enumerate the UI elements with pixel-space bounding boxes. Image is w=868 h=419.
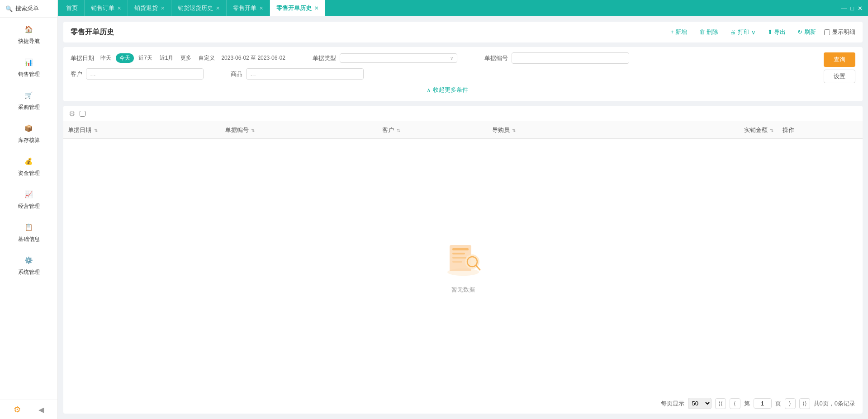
- collapse-up-icon: ∧: [427, 87, 431, 94]
- sidebar-item-quick-nav[interactable]: 🏠 快捷导航: [0, 18, 57, 51]
- next-page-btn[interactable]: ⟩: [785, 398, 796, 409]
- settings-icon[interactable]: ⚙: [14, 405, 21, 414]
- customer-select[interactable]: …: [86, 68, 204, 80]
- first-page-btn[interactable]: ⟨⟨: [715, 398, 726, 409]
- sort-number-icon[interactable]: ⇅: [251, 128, 255, 133]
- tab-sales-return-history-close[interactable]: ✕: [216, 5, 220, 11]
- last1month-btn[interactable]: 近1月: [157, 53, 176, 63]
- col-action-label: 操作: [783, 127, 794, 133]
- tab-home[interactable]: 首页: [60, 0, 85, 16]
- sys-mgmt-icon: ⚙️: [23, 254, 35, 267]
- col-customer: 客户 ⇅: [378, 122, 487, 139]
- table-header-row: 单据日期 ⇅ 单据编号 ⇅ 客户 ⇅ 导购员 ⇅: [63, 122, 863, 139]
- collapse-label: 收起更多条件: [433, 86, 468, 94]
- col-amount-label: 实销金额: [744, 127, 768, 133]
- filter-row-outer: 单据日期 昨天 今天 近7天 近1月 更多 自定义 2023-06-02 至 2…: [71, 52, 855, 96]
- more-btn[interactable]: 更多: [178, 53, 194, 63]
- sidebar-item-operations[interactable]: 📈 经营管理: [0, 183, 57, 216]
- page-input[interactable]: [754, 398, 772, 409]
- type-select[interactable]: ∨: [340, 53, 457, 63]
- collapse-conditions[interactable]: ∧ 收起更多条件: [71, 84, 824, 96]
- goods-placeholder: …: [250, 71, 256, 77]
- empty-illustration: [441, 238, 486, 280]
- tab-sales-return-history[interactable]: 销货退货历史 ✕: [171, 0, 227, 16]
- sort-amount-icon[interactable]: ⇅: [770, 128, 773, 133]
- table-settings-icon[interactable]: ⚙: [69, 109, 75, 118]
- show-detail-checkbox[interactable]: 显示明细: [824, 28, 855, 36]
- query-area: 查询 设置: [824, 52, 855, 83]
- print-button[interactable]: 🖨 打印 ∨: [726, 26, 759, 38]
- today-btn[interactable]: 今天: [116, 53, 134, 63]
- purchase-mgmt-icon: 🛒: [23, 89, 35, 102]
- sort-date-icon[interactable]: ⇅: [94, 128, 98, 133]
- sidebar-item-basic-info[interactable]: 📋 基础信息: [0, 216, 57, 249]
- add-button[interactable]: + 新增: [667, 26, 691, 38]
- sidebar-search-label: 搜索采单: [15, 5, 39, 13]
- sidebar-item-label-operations: 经营管理: [18, 202, 40, 210]
- tab-retail-open-close[interactable]: ✕: [259, 5, 263, 11]
- last7days-btn[interactable]: 近7天: [136, 53, 155, 63]
- goods-select[interactable]: …: [246, 68, 364, 80]
- tab-sales-return-history-label: 销货退货历史: [178, 4, 213, 12]
- tab-sales-order-close[interactable]: ✕: [117, 5, 121, 11]
- select-all-checkbox[interactable]: [80, 111, 85, 117]
- sidebar-search[interactable]: 🔍 搜索采单: [0, 0, 57, 18]
- sidebar-item-inventory[interactable]: 📦 库存核算: [0, 117, 57, 150]
- sidebar-item-label-finance: 资金管理: [18, 169, 40, 177]
- refresh-button[interactable]: ↻ 刷新: [794, 26, 820, 38]
- docnum-input[interactable]: [512, 52, 629, 64]
- sidebar-item-finance[interactable]: 💰 资金管理: [0, 150, 57, 183]
- filter-row-1: 单据日期 昨天 今天 近7天 近1月 更多 自定义 2023-06-02 至 2…: [71, 52, 824, 64]
- date-label: 单据日期: [71, 54, 94, 62]
- per-page-select[interactable]: 50 10 20 100: [688, 398, 711, 409]
- empty-state: 暂无数据: [63, 139, 863, 393]
- sidebar-item-label-inventory: 库存核算: [18, 137, 40, 144]
- customer-placeholder: …: [90, 71, 96, 77]
- tab-retail-open-history[interactable]: 零售开单历史 ✕: [270, 0, 325, 16]
- inventory-icon: 📦: [23, 122, 35, 135]
- page-suffix: 页: [775, 400, 781, 408]
- sidebar-item-label-quick-nav: 快捷导航: [18, 38, 40, 45]
- sidebar-item-sales-mgmt[interactable]: 📊 销售管理: [0, 51, 57, 84]
- sidebar-item-sys-mgmt[interactable]: ⚙️ 系统管理: [0, 249, 57, 282]
- custom-btn[interactable]: 自定义: [196, 53, 218, 63]
- maximize-button[interactable]: □: [850, 5, 854, 12]
- last-page-btn[interactable]: ⟩⟩: [799, 398, 810, 409]
- col-number: 单据编号 ⇅: [221, 122, 378, 139]
- page-label: 第: [744, 400, 750, 408]
- empty-text: 暂无数据: [451, 286, 475, 294]
- tab-bar-controls: — □ ✕: [841, 5, 868, 12]
- page-title: 零售开单历史: [71, 28, 114, 37]
- tab-sales-order[interactable]: 销售订单 ✕: [85, 0, 128, 16]
- minimize-button[interactable]: —: [841, 5, 847, 12]
- prev-page-btn[interactable]: ⟨: [730, 398, 740, 409]
- tab-retail-open-history-label: 零售开单历史: [276, 4, 312, 12]
- tab-sales-return[interactable]: 销货退货 ✕: [128, 0, 171, 16]
- table-area: ⚙ 单据日期 ⇅ 单据编号 ⇅ 客户: [63, 106, 863, 414]
- refresh-label: ↻ 刷新: [797, 28, 816, 36]
- delete-button[interactable]: 🗑 删除: [696, 26, 722, 38]
- sidebar-item-purchase-mgmt[interactable]: 🛒 采购管理: [0, 84, 57, 117]
- sales-mgmt-icon: 📊: [23, 56, 35, 69]
- show-detail-input[interactable]: [824, 29, 830, 35]
- sort-customer-icon[interactable]: ⇅: [397, 128, 400, 133]
- tab-retail-open[interactable]: 零售开单 ✕: [227, 0, 270, 16]
- close-window-button[interactable]: ✕: [858, 5, 863, 12]
- type-label: 单据类型: [313, 54, 336, 62]
- collapse-icon[interactable]: ◀: [38, 405, 44, 414]
- filter-customer-field: 客户 …: [71, 68, 204, 80]
- col-number-label: 单据编号: [225, 127, 249, 133]
- export-button[interactable]: ⬆ 导出: [764, 26, 790, 38]
- sort-salesperson-icon[interactable]: ⇅: [512, 128, 516, 133]
- sidebar-bottom: ⚙ ◀: [0, 400, 57, 419]
- operations-icon: 📈: [23, 188, 35, 201]
- yesterday-btn[interactable]: 昨天: [98, 53, 114, 63]
- tab-retail-open-label: 零售开单: [233, 4, 256, 12]
- setting-button[interactable]: 设置: [824, 70, 855, 83]
- tab-retail-open-history-close[interactable]: ✕: [314, 5, 318, 11]
- query-button[interactable]: 查询: [824, 52, 855, 67]
- sidebar-item-label-sales-mgmt: 销售管理: [18, 71, 40, 78]
- tab-sales-return-close[interactable]: ✕: [161, 5, 165, 11]
- col-date-label: 单据日期: [68, 127, 91, 133]
- data-table: 单据日期 ⇅ 单据编号 ⇅ 客户 ⇅ 导购员 ⇅: [63, 122, 863, 139]
